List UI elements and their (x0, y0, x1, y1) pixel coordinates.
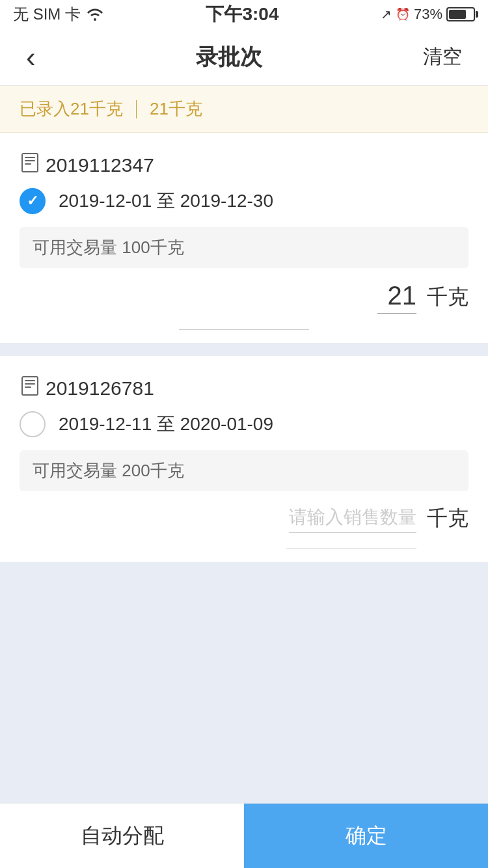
content-area: 已录入21千克 21千克 2019112347 ✓ 2019-12-01 至 2… (0, 86, 488, 868)
status-right: ↗ ⏰ 73% (381, 6, 475, 23)
batch-1-available: 可用交易量 100千克 (20, 227, 468, 268)
svg-rect-4 (22, 377, 38, 395)
bottom-bar: 自动分配 确定 (0, 803, 488, 868)
carrier-text: 无 SIM 卡 (13, 4, 81, 25)
document-icon (20, 152, 40, 173)
batch-2-unit: 千克 (427, 504, 468, 533)
svg-rect-3 (25, 163, 31, 165)
batch-2-icon (20, 375, 40, 401)
check-icon: ✓ (27, 193, 38, 210)
status-bar: 无 SIM 卡 下午3:04 ↗ ⏰ 73% (0, 0, 488, 29)
section-divider (0, 343, 488, 356)
battery-percent: 73% (414, 6, 442, 23)
batch-2-quantity-placeholder[interactable]: 请输入销售数量 (289, 505, 416, 533)
batch-2-header: 2019126781 (20, 375, 468, 401)
confirm-label: 确定 (346, 822, 387, 850)
batch-1-radio[interactable]: ✓ (20, 188, 46, 214)
location-icon: ↗ (381, 7, 392, 22)
page-title: 录批次 (196, 42, 262, 72)
document-icon-2 (20, 375, 40, 396)
info-label: 已录入21千克 (20, 98, 123, 120)
time-display: 下午3:04 (206, 2, 278, 27)
batch-1-icon (20, 152, 40, 178)
batch-1-unit: 千克 (427, 283, 468, 312)
batch-1-id: 2019112347 (46, 154, 154, 176)
svg-rect-2 (25, 160, 35, 161)
batch-1-divider (179, 329, 309, 330)
svg-rect-6 (25, 383, 35, 385)
info-value: 21千克 (150, 98, 202, 120)
auto-distribute-label: 自动分配 (81, 822, 164, 850)
batch-item-2: 2019126781 2019-12-11 至 2020-01-09 可用交易量… (0, 356, 488, 491)
svg-rect-1 (25, 157, 35, 158)
back-button[interactable]: ‹ (20, 34, 42, 80)
info-banner: 已录入21千克 21千克 (0, 86, 488, 133)
batch-2-id: 2019126781 (46, 377, 154, 400)
wifi-icon (86, 8, 104, 21)
batch-1-header: 2019112347 (20, 152, 468, 178)
svg-rect-7 (25, 387, 31, 388)
info-divider (136, 100, 137, 118)
batch-2-radio[interactable] (20, 411, 46, 437)
batch-2-date-row[interactable]: 2019-12-11 至 2020-01-09 (20, 411, 468, 437)
clear-button[interactable]: 清空 (416, 37, 468, 77)
batch-2-quantity-row: 请输入销售数量 千克 (0, 491, 488, 549)
status-left: 无 SIM 卡 (13, 4, 104, 25)
battery-icon (446, 7, 475, 21)
nav-bar: ‹ 录批次 清空 (0, 29, 488, 86)
batch-1-date: 2019-12-01 至 2019-12-30 (59, 189, 273, 213)
batch-1-quantity-value[interactable]: 21 (377, 281, 416, 314)
batch-1-quantity-row: 21 千克 (0, 268, 488, 329)
batch-2-divider (286, 549, 416, 549)
confirm-button[interactable]: 确定 (244, 804, 488, 868)
batch-1-date-row[interactable]: ✓ 2019-12-01 至 2019-12-30 (20, 188, 468, 214)
batch-2-available: 可用交易量 200千克 (20, 450, 468, 491)
batch-2-date: 2019-12-11 至 2020-01-09 (59, 412, 273, 437)
batch-1-quantity-wrapper: 21 (377, 281, 416, 314)
svg-rect-0 (22, 154, 38, 172)
batch-item-1: 2019112347 ✓ 2019-12-01 至 2019-12-30 可用交… (0, 133, 488, 268)
alarm-icon: ⏰ (396, 7, 410, 21)
svg-rect-5 (25, 380, 35, 381)
auto-distribute-button[interactable]: 自动分配 (0, 804, 244, 868)
empty-area (0, 562, 488, 822)
